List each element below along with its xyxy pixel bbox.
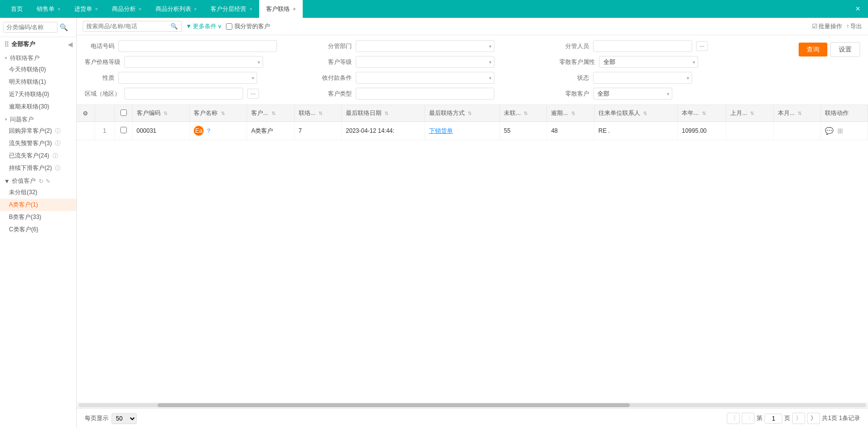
edit-icon[interactable]: ✎ [46,178,51,185]
last-page-btn[interactable]: 》 [807,413,820,424]
chat-action-icon[interactable]: 💬 [825,127,833,135]
page-input[interactable] [764,414,782,424]
first-page-btn[interactable]: 《 [727,413,740,424]
sort-icon-date[interactable]: ⇅ [384,110,388,116]
sort-icon-unit[interactable]: ⇅ [643,110,647,116]
next-page-btn[interactable]: 〉 [792,413,805,424]
sidebar-item-week-contact[interactable]: 近7天待联络(0) [0,88,76,101]
sidebar-item-churned[interactable]: 已流失客户(24) ⓘ [0,150,76,162]
filter-search-icon[interactable]: 🔍 [170,23,178,30]
th-last-month[interactable]: 上月... ⇅ [726,105,773,122]
sidebar-item-overdue-contact[interactable]: 逾期未联络(30) [0,101,76,113]
sort-icon-no-contact[interactable]: ⇅ [524,110,528,116]
sort-icon-last-month[interactable]: ⇅ [750,110,754,116]
sidebar-item-today-contact[interactable]: 今天待联络(0) [0,63,76,76]
sidebar-all-customers[interactable]: ⠿ 全部客户 ◀ [0,37,76,52]
sidebar-item-class-a[interactable]: A类客户(1) [0,199,76,211]
row-checkbox[interactable] [120,127,127,133]
manager-input[interactable] [593,40,692,52]
nav-goods-list-close[interactable]: × [194,6,197,12]
nav-customer-tier[interactable]: 客户分层经营 × [204,0,259,18]
th-contact-count[interactable]: 联络... ⇅ [294,105,341,122]
refresh-icon[interactable]: ↻ [39,178,44,185]
prev-page-btn[interactable]: 〈 [742,413,755,424]
retail-attr-select[interactable]: 全部 [599,56,698,68]
th-customer-name[interactable]: 客户名称 ⇅ [190,105,247,122]
sidebar-item-ungrouped[interactable]: 未分组(32) [0,186,76,199]
nav-goods-list[interactable]: 商品分析列表 × [149,0,204,18]
retail-customer-select[interactable]: 全部 [593,88,672,100]
sort-icon-overdue[interactable]: ⇅ [571,110,575,116]
filter-search-input[interactable] [86,23,170,30]
sidebar-item-churn-warning[interactable]: 流失预警客户(3) ⓘ [0,137,76,150]
query-button[interactable]: 查询 [799,43,827,56]
page-size-select[interactable]: 50 100 [111,413,137,424]
close-all-tabs[interactable]: × [852,4,864,13]
settings-button[interactable]: 设置 [830,42,860,57]
th-overdue[interactable]: 逾期... ⇅ [547,105,594,122]
nav-home[interactable]: 首页 [4,0,30,18]
sort-icon-contact[interactable]: ⇅ [319,110,323,116]
region-dots-btn[interactable]: ··· [247,89,259,99]
sidebar-item-class-c[interactable]: C类客户(6) [0,223,76,236]
price-grade-select[interactable] [124,56,263,68]
sort-icon-name[interactable]: ⇅ [221,110,225,116]
horizontal-scrollbar[interactable] [77,402,868,408]
nav-customer-tier-close[interactable]: × [249,6,252,12]
batch-op-btn[interactable]: ☑ 批量操作 [812,22,842,31]
sort-icon-this-month[interactable]: ⇅ [798,110,802,116]
nav-sales[interactable]: 销售单 × [30,0,67,18]
select-all-checkbox[interactable] [120,109,127,116]
sidebar-group-problem[interactable]: ▼ 问题客户 [0,113,76,125]
phone-input[interactable] [118,40,277,52]
filter-retail-customer: 零散客户 全部 ▾ [559,88,787,100]
nav-goods-analysis-close[interactable]: × [139,6,142,12]
table-header-row: ⚙ 客户编码 ⇅ 客户名称 ⇅ [77,105,868,122]
sort-icon-year[interactable]: ⇅ [702,110,706,116]
th-customer-code[interactable]: 客户编码 ⇅ [132,105,190,122]
my-customers-check-input[interactable] [226,23,232,30]
status-select[interactable] [593,72,692,84]
nav-goods-analysis[interactable]: 商品分析 × [105,0,149,18]
sort-icon-method[interactable]: ⇅ [468,110,472,116]
sidebar-item-tomorrow-contact[interactable]: 明天待联络(1) [0,76,76,88]
my-customers-checkbox[interactable]: 我分管的客户 [226,22,270,31]
th-last-contact-method[interactable]: 最后联络方式 ⇅ [425,105,500,122]
scrollbar-thumb[interactable] [158,403,630,407]
filter-actions: 查询 设置 [791,40,860,57]
retail-attr-label: 零散客户属性 [559,58,595,66]
th-gear[interactable]: ⚙ [77,105,95,122]
sidebar-item-repurchase-abnormal[interactable]: 回购异常客户(2) ⓘ [0,125,76,137]
nav-purchase-close[interactable]: × [95,6,98,12]
th-this-year[interactable]: 本年... ⇅ [678,105,726,122]
sort-icon-type[interactable]: ⇅ [271,110,275,116]
customer-grade-select[interactable] [356,56,494,68]
sidebar-search-icon[interactable]: 🔍 [59,23,68,31]
th-unit-contact[interactable]: 往来单位联系人 ⇅ [594,105,677,122]
customer-type-input[interactable] [356,88,494,100]
chevron-down-icon: ∨ [217,23,222,30]
td-last-contact-method[interactable]: 下销货单 [425,122,500,140]
sidebar-item-class-b[interactable]: B类客户(33) [0,211,76,223]
payment-select[interactable] [356,72,494,84]
dept-select[interactable] [356,40,494,52]
collapse-icon[interactable]: ◀ [68,41,72,48]
sidebar-search-input[interactable] [3,22,57,33]
filter-more-btn[interactable]: ▼ 更多条件 ∨ [186,22,222,31]
nav-purchase[interactable]: 进货单 × [67,0,105,18]
th-no-contact[interactable]: 未联... ⇅ [499,105,546,122]
th-customer-type[interactable]: 客户... ⇅ [247,105,294,122]
region-input[interactable] [124,88,243,100]
nature-select[interactable] [118,72,257,84]
nav-customer-contact[interactable]: 客户联络 × [259,0,303,18]
th-last-contact-date[interactable]: 最后联络日期 ⇅ [342,105,425,122]
export-btn[interactable]: ↑ 导出 [846,22,862,31]
manager-dots-btn[interactable]: ··· [696,41,708,51]
nav-sales-close[interactable]: × [57,6,60,12]
th-this-month[interactable]: 本月... ⇅ [773,105,820,122]
nav-customer-contact-close[interactable]: × [293,6,296,12]
sidebar-item-declining[interactable]: 持续下滑客户(2) ⓘ [0,162,76,174]
sidebar-group-pending[interactable]: ▼ 待联络客户 [0,52,76,63]
sort-icon-code[interactable]: ⇅ [163,110,167,116]
grid-action-icon[interactable]: ⊞ [837,127,843,135]
